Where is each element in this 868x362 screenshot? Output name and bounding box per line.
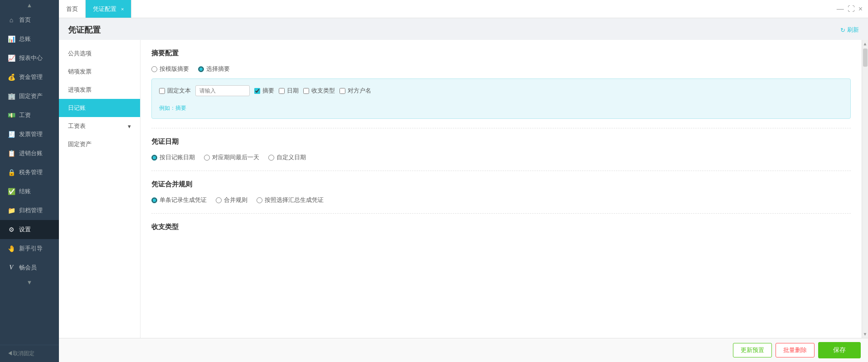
section-income-type: 收支类型: [151, 223, 851, 248]
checkbox-abstract[interactable]: 摘要: [254, 87, 274, 95]
content-wrapper: 公共选项 销项发票 进项发票 日记账 工资表 ▾ 固定资产: [59, 40, 868, 338]
sidebar-item-guide[interactable]: 🤚 新手引导: [0, 239, 59, 258]
ledger-icon: 📊: [7, 35, 15, 43]
salary-icon: 💵: [7, 112, 15, 119]
sidebar-item-salary[interactable]: 💵 工资: [0, 106, 59, 125]
refresh-label: 刷新: [847, 26, 859, 34]
abstract-config-box: 固定文本 摘要 日期 收支类型: [151, 78, 851, 119]
tab-actions: — ⛶ ×: [837, 5, 868, 13]
save-button[interactable]: 保存: [818, 342, 861, 358]
sidebar-item-reports[interactable]: 📈 报表中心: [0, 49, 59, 68]
merge-rule-radio-group: 单条记录生成凭证 合并规则 按照选择汇总生成凭证: [151, 196, 851, 204]
radio-custom-date-input[interactable]: [268, 155, 274, 161]
section-voucher-date-title: 凭证日期: [151, 137, 851, 146]
radio-last-day-input[interactable]: [204, 155, 210, 161]
checkbox-counterpart[interactable]: 对方户名: [339, 87, 371, 95]
sidebar-item-invoice-mgmt[interactable]: 🧾 发票管理: [0, 125, 59, 144]
radio-merge-rule[interactable]: 合并规则: [216, 196, 247, 204]
radio-by-selection-input[interactable]: [257, 197, 262, 203]
funds-icon: 💰: [7, 73, 15, 81]
section-abstract-title: 摘要配置: [151, 49, 851, 58]
tab-close-icon[interactable]: ×: [121, 6, 124, 12]
left-nav: 公共选项 销项发票 进项发票 日记账 工资表 ▾ 固定资产: [59, 40, 141, 338]
radio-single-record[interactable]: 单条记录生成凭证: [151, 196, 207, 204]
radio-journal-date[interactable]: 按日记账日期: [151, 153, 195, 161]
radio-select-abstract-input[interactable]: [198, 66, 204, 72]
archive-icon: 📁: [7, 207, 15, 214]
sidebar-scroll-up[interactable]: ▲: [0, 0, 59, 10]
tab-bar: 首页 凭证配置 × — ⛶ ×: [59, 0, 868, 18]
main-area: 首页 凭证配置 × — ⛶ × 凭证配置 ↻ 刷新 公共选项 销: [59, 0, 868, 362]
reports-icon: 📈: [7, 54, 15, 62]
page-header: 凭证配置 ↻ 刷新: [59, 18, 868, 40]
left-nav-item-fixed-assets[interactable]: 固定资产: [59, 135, 140, 153]
radio-select-abstract[interactable]: 选择摘要: [198, 65, 230, 73]
sidebar-item-tax[interactable]: 🔒 税务管理: [0, 163, 59, 182]
settings-icon: ⚙: [7, 226, 15, 233]
member-icon: V: [7, 264, 15, 271]
radio-custom-date[interactable]: 自定义日期: [268, 153, 306, 161]
radio-single-record-input[interactable]: [151, 197, 157, 203]
right-content: 摘要配置 按模版摘要 选择摘要: [141, 40, 862, 338]
close-window-button[interactable]: ×: [858, 5, 863, 13]
checkbox-counterpart-input[interactable]: [339, 88, 345, 94]
checkbox-fixed-text-input[interactable]: [159, 88, 165, 94]
sidebar-item-assets[interactable]: 🏢 固定资产: [0, 87, 59, 106]
cancel-pin-button[interactable]: ◀取消固定: [0, 345, 59, 362]
radio-template-abstract[interactable]: 按模版摘要: [151, 65, 189, 73]
tax-icon: 🔒: [7, 169, 15, 176]
checkbox-fixed-text[interactable]: 固定文本: [159, 87, 191, 95]
radio-by-selection[interactable]: 按照选择汇总生成凭证: [257, 196, 324, 204]
section-abstract: 摘要配置 按模版摘要 选择摘要: [151, 49, 851, 128]
cancel-pin-label: ◀取消固定: [7, 350, 34, 357]
sidebar-item-settings[interactable]: ⚙ 设置: [0, 220, 59, 239]
checkbox-date-input[interactable]: [279, 88, 285, 94]
left-nav-item-journal[interactable]: 日记账: [59, 99, 140, 117]
left-nav-item-purchase-invoice[interactable]: 进项发票: [59, 81, 140, 99]
tab-active-label: 凭证配置: [93, 5, 116, 13]
radio-merge-rule-input[interactable]: [216, 197, 222, 203]
radio-last-day[interactable]: 对应期间最后一天: [204, 153, 259, 161]
left-nav-item-payroll[interactable]: 工资表 ▾: [59, 117, 140, 135]
sidebar-item-ledger[interactable]: 📊 总账: [0, 29, 59, 49]
bottom-bar: 更新预置 批量删除 保存: [59, 338, 868, 362]
radio-template-abstract-input[interactable]: [151, 66, 157, 72]
sidebar-item-settlement[interactable]: ✅ 结账: [0, 182, 59, 201]
minimize-button[interactable]: —: [837, 5, 844, 13]
purchase-sales-icon: 📋: [7, 150, 15, 157]
sidebar-item-funds[interactable]: 💰 资金管理: [0, 68, 59, 87]
fixed-text-input[interactable]: [195, 85, 250, 96]
tab-home-label: 首页: [66, 5, 78, 13]
section-voucher-date: 凭证日期 按日记账日期 对应期间最后一天 自定义日期: [151, 137, 851, 171]
radio-journal-date-input[interactable]: [151, 155, 157, 161]
section-merge-rule-title: 凭证合并规则: [151, 180, 851, 189]
invoice-mgmt-icon: 🧾: [7, 131, 15, 138]
tab-voucher-config[interactable]: 凭证配置 ×: [86, 0, 131, 18]
scroll-up-arrow[interactable]: ▲: [862, 40, 868, 48]
page-title: 凭证配置: [68, 24, 101, 35]
left-nav-item-sales-invoice[interactable]: 销项发票: [59, 63, 140, 81]
tab-home[interactable]: 首页: [59, 0, 86, 18]
section-merge-rule: 凭证合并规则 单条记录生成凭证 合并规则 按照选择汇总生成凭证: [151, 180, 851, 214]
scroll-down-arrow[interactable]: ▼: [862, 330, 868, 338]
refresh-button[interactable]: ↻ 刷新: [840, 26, 859, 34]
checkbox-income-type[interactable]: 收支类型: [303, 87, 335, 95]
chevron-down-icon: ▾: [128, 123, 131, 130]
abstract-preview: 例如：摘要: [159, 104, 843, 112]
batch-delete-button[interactable]: 批量删除: [776, 343, 815, 357]
sidebar-scroll-down[interactable]: ▼: [0, 277, 59, 288]
home-icon: ⌂: [7, 16, 15, 24]
sidebar: ▲ ⌂ 首页 📊 总账 📈 报表中心 💰 资金管理 🏢 固定资产 💵 工资 🧾 …: [0, 0, 59, 362]
guide-icon: 🤚: [7, 245, 15, 252]
maximize-button[interactable]: ⛶: [848, 5, 855, 13]
update-preview-button[interactable]: 更新预置: [733, 343, 772, 357]
sidebar-item-member[interactable]: V 畅会员: [0, 258, 59, 277]
sidebar-item-home[interactable]: ⌂ 首页: [0, 10, 59, 29]
checkbox-income-type-input[interactable]: [303, 88, 309, 94]
sidebar-item-archive[interactable]: 📁 归档管理: [0, 201, 59, 220]
sidebar-item-purchase-sales[interactable]: 📋 进销台账: [0, 144, 59, 163]
checkbox-abstract-input[interactable]: [254, 88, 260, 94]
checkbox-date[interactable]: 日期: [279, 87, 299, 95]
left-nav-item-public[interactable]: 公共选项: [59, 44, 140, 63]
scroll-thumb[interactable]: [863, 49, 868, 67]
